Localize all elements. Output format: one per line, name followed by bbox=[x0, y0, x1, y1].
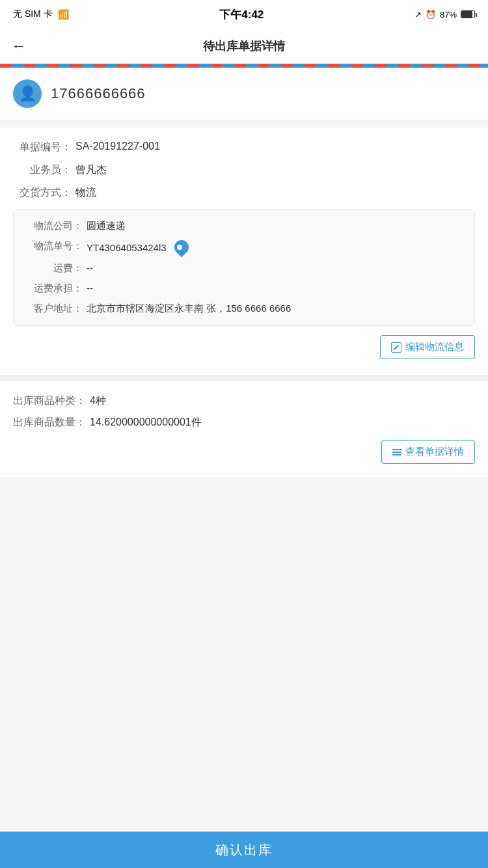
view-details-button[interactable]: 查看单据详情 bbox=[381, 440, 475, 464]
freight-bearer-value: -- bbox=[87, 282, 464, 293]
wifi-icon: 📶 bbox=[58, 9, 69, 20]
nav-bar: ← 待出库单据详情 bbox=[0, 29, 488, 64]
battery-text: 87% bbox=[440, 10, 457, 20]
view-btn-wrap: 查看单据详情 bbox=[13, 440, 475, 464]
delivery-value: 物流 bbox=[75, 186, 475, 200]
goods-types-row: 出库商品种类： 4种 bbox=[13, 394, 475, 408]
customer-phone: 17666666666 bbox=[51, 85, 146, 102]
logistics-tracking-row: 物流单号： YT43064053424l3 bbox=[24, 240, 464, 254]
view-details-label: 查看单据详情 bbox=[405, 446, 464, 458]
salesperson-row: 业务员： 曾凡杰 bbox=[13, 163, 475, 177]
goods-quantity-label: 出库商品数量： bbox=[13, 416, 86, 429]
logistics-company-row: 物流公司： 圆通速递 bbox=[24, 220, 464, 232]
section-divider bbox=[0, 375, 488, 381]
list-icon bbox=[392, 449, 401, 455]
goods-types-value: 4种 bbox=[90, 394, 106, 408]
edit-logistics-label: 编辑物流信息 bbox=[405, 341, 464, 353]
logistics-tracking-value: YT43064053424l3 bbox=[87, 240, 464, 254]
page-title: 待出库单据详情 bbox=[203, 38, 285, 54]
address-row: 客户地址： 北京市市辖区海淀区永丰南 张，156 6666 6666 bbox=[24, 303, 464, 315]
status-time: 下午4:42 bbox=[219, 7, 264, 22]
freight-value: -- bbox=[87, 262, 464, 273]
freight-label: 运费： bbox=[24, 262, 83, 275]
freight-bearer-label: 运费承担： bbox=[24, 282, 83, 295]
bottom-area: 确认出库 bbox=[0, 832, 488, 868]
confirm-btn-label: 确认出库 bbox=[215, 841, 273, 859]
order-no-row: 单据编号： SA-20191227-001 bbox=[13, 141, 475, 154]
logistics-company-label: 物流公司： bbox=[24, 220, 83, 232]
status-right: ↗ ⏰ 87% bbox=[414, 10, 475, 20]
delivery-label: 交货方式： bbox=[13, 186, 72, 200]
salesperson-value: 曾凡杰 bbox=[75, 163, 475, 177]
address-label: 客户地址： bbox=[24, 303, 83, 315]
goods-section: 出库商品种类： 4种 出库商品数量： 14.620000000000001件 查… bbox=[0, 381, 488, 477]
avatar-icon: 👤 bbox=[19, 85, 36, 102]
freight-bearer-row: 运费承担： -- bbox=[24, 282, 464, 295]
location-service-icon: ↗ bbox=[414, 10, 422, 20]
logistics-company-value: 圆通速递 bbox=[87, 220, 464, 232]
freight-row: 运费： -- bbox=[24, 262, 464, 275]
goods-quantity-row: 出库商品数量： 14.620000000000001件 bbox=[13, 416, 475, 429]
status-bar: 无 SIM 卡 📶 下午4:42 ↗ ⏰ 87% bbox=[0, 0, 488, 29]
order-no-label: 单据编号： bbox=[13, 141, 72, 154]
battery-indicator bbox=[461, 10, 475, 18]
sim-status: 无 SIM 卡 bbox=[13, 8, 53, 20]
logistics-card: 物流公司： 圆通速递 物流单号： YT43064053424l3 运费： -- … bbox=[13, 209, 475, 326]
address-value: 北京市市辖区海淀区永丰南 张，156 6666 6666 bbox=[87, 303, 464, 315]
salesperson-label: 业务员： bbox=[13, 163, 72, 177]
logistics-tracking-label: 物流单号： bbox=[24, 240, 83, 252]
location-icon[interactable] bbox=[171, 237, 191, 257]
confirm-outbound-button[interactable]: 确认出库 bbox=[0, 832, 488, 868]
avatar: 👤 bbox=[13, 79, 42, 108]
edit-icon bbox=[391, 342, 401, 353]
alarm-icon: ⏰ bbox=[426, 10, 436, 20]
order-info-section: 单据编号： SA-20191227-001 业务员： 曾凡杰 交货方式： 物流 … bbox=[0, 128, 488, 375]
status-left: 无 SIM 卡 📶 bbox=[13, 8, 69, 20]
edit-logistics-button[interactable]: 编辑物流信息 bbox=[380, 335, 475, 359]
goods-types-label: 出库商品种类： bbox=[13, 394, 86, 408]
customer-section: 👤 17666666666 bbox=[0, 68, 488, 120]
order-no-value: SA-20191227-001 bbox=[75, 141, 475, 152]
goods-quantity-value: 14.620000000000001件 bbox=[90, 416, 202, 429]
delivery-row: 交货方式： 物流 bbox=[13, 186, 475, 200]
edit-btn-wrap: 编辑物流信息 bbox=[13, 335, 475, 362]
back-button[interactable]: ← bbox=[12, 38, 26, 55]
